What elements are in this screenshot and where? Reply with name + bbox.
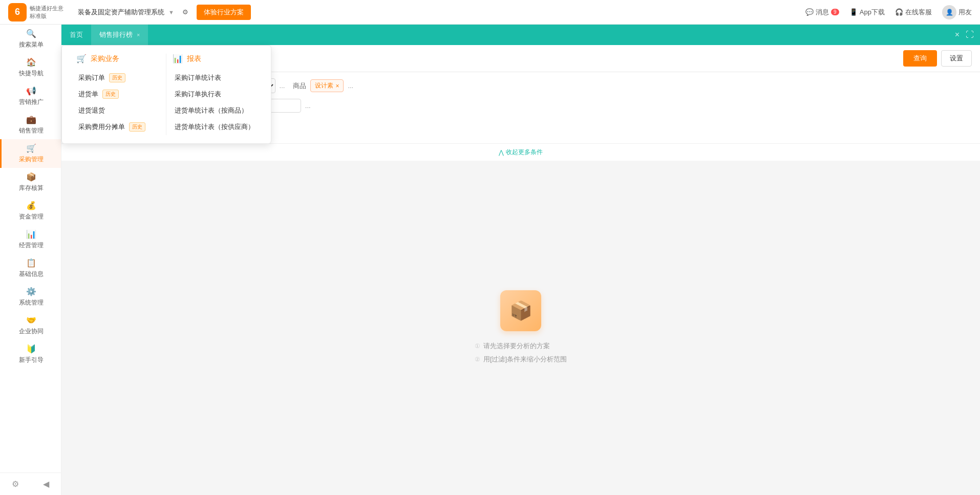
window-close-icon[interactable]: × bbox=[953, 28, 962, 41]
system-gear-icon[interactable]: ⚙ bbox=[178, 5, 193, 19]
top-header: 6 畅捷通好生意 标准版 装备及固定资产辅助管理系统 ▼ ⚙ 体验行业方案 💬 … bbox=[0, 0, 980, 25]
logo-text: 畅捷通好生意 标准版 bbox=[30, 5, 63, 19]
document-status-dots[interactable]: ... bbox=[280, 82, 285, 90]
collapse-bar[interactable]: ⋀ 收起更多条件 bbox=[61, 143, 980, 161]
purchase-expense-item[interactable]: 采购费用分摊单 历史 bbox=[76, 119, 160, 135]
purchase-order-history-badge: 历史 bbox=[109, 73, 125, 82]
system-name-area: 装备及固定资产辅助管理系统 ▼ ⚙ bbox=[78, 5, 193, 19]
toolbar-right: 查询 设置 bbox=[903, 50, 972, 67]
setting-button[interactable]: 设置 bbox=[941, 50, 972, 67]
purchase-order-stats-item[interactable]: 采购订单统计表 bbox=[173, 70, 257, 86]
window-maximize-icon[interactable]: ⛶ bbox=[964, 28, 976, 41]
tab-sales-ranking[interactable]: 销售排行榜 × bbox=[91, 25, 148, 45]
empty-state: 📦 ① 请先选择要分析的方案 ② 用[过滤]条件来缩小分析范围 bbox=[61, 161, 980, 495]
purchase-dropdown-menu: 🛒 采购业务 采购订单 历史 进货单 历史 进货退货 采购费用分摊单 历史 📊 bbox=[61, 45, 271, 144]
logo-icon: 6 bbox=[8, 3, 27, 21]
sidebar: 🔍 搜索菜单 🏠 快捷导航 📢 营销推广 💼 销售管理 🛒 采购管理 📦 库存核… bbox=[0, 25, 61, 495]
sidebar-collapse-icon[interactable]: ◀ bbox=[43, 479, 49, 489]
logo-area: 6 畅捷通好生意 标准版 bbox=[8, 3, 70, 21]
guide-icon: 🔰 bbox=[26, 344, 36, 354]
report-col: 📊 报表 采购订单统计表 采购订单执行表 进货单统计表（按商品） 进货单统计表（… bbox=[166, 54, 263, 135]
online-service-button[interactable]: 🎧 在线客服 bbox=[895, 8, 932, 17]
empty-illustration: 📦 bbox=[500, 290, 541, 331]
message-badge: 9 bbox=[831, 9, 839, 15]
sidebar-item-system[interactable]: ⚙️ 系统管理 bbox=[0, 283, 61, 311]
goods-label: 商品 bbox=[293, 81, 306, 91]
purchase-business-col: 🛒 采购业务 采购订单 历史 进货单 历史 进货退货 采购费用分摊单 历史 bbox=[70, 54, 166, 135]
basic-icon: 📋 bbox=[26, 258, 36, 268]
inventory-icon: 📦 bbox=[26, 172, 36, 182]
purchase-icon: 🛒 bbox=[26, 143, 36, 153]
sidebar-item-marketing[interactable]: 📢 营销推广 bbox=[0, 82, 61, 111]
sidebar-item-enterprise[interactable]: 🤝 企业协同 bbox=[0, 311, 61, 340]
purchase-inbound-item[interactable]: 进货单 历史 bbox=[76, 86, 160, 102]
search-icon: 🔍 bbox=[26, 29, 36, 38]
purchase-section-icon: 🛒 bbox=[76, 54, 87, 63]
purchase-dropdown-overlay: 🛒 采购业务 采购订单 历史 进货单 历史 进货退货 采购费用分摊单 历史 📊 bbox=[61, 45, 271, 144]
salesperson-dots[interactable]: ... bbox=[305, 102, 311, 110]
goods-filter: 商品 设计素 × ... bbox=[293, 79, 353, 92]
empty-tips: ① 请先选择要分析的方案 ② 用[过滤]条件来缩小分析范围 bbox=[475, 339, 567, 366]
inbound-stats-by-supplier-item[interactable]: 进货单统计表（按供应商） bbox=[173, 119, 257, 135]
report-section-icon: 📊 bbox=[173, 54, 183, 63]
message-icon: 💬 bbox=[805, 8, 814, 16]
header-right: 💬 消息 9 📱 App下载 🎧 在线客服 👤 用友 bbox=[805, 5, 972, 19]
inbound-history-badge: 历史 bbox=[102, 90, 119, 99]
sidebar-item-basic[interactable]: 📋 基础信息 bbox=[0, 254, 61, 283]
purchase-business-title: 🛒 采购业务 bbox=[76, 54, 160, 63]
tab-home[interactable]: 首页 bbox=[61, 25, 91, 45]
tab-bar: 首页 销售排行榜 × × ⛶ bbox=[61, 25, 980, 45]
system-icon: ⚙️ bbox=[26, 287, 36, 296]
sidebar-item-search[interactable]: 🔍 搜索菜单 bbox=[0, 25, 61, 53]
sales-icon: 💼 bbox=[26, 115, 36, 124]
inbound-stats-by-goods-item[interactable]: 进货单统计表（按商品） bbox=[173, 102, 257, 119]
purchase-order-exec-item[interactable]: 采购订单执行表 bbox=[173, 86, 257, 102]
sidebar-settings-icon[interactable]: ⚙ bbox=[12, 479, 19, 489]
report-title: 📊 报表 bbox=[173, 54, 257, 63]
operations-icon: 📊 bbox=[26, 229, 36, 239]
phone-icon: 📱 bbox=[849, 8, 858, 16]
tab-close-icon[interactable]: × bbox=[137, 32, 140, 38]
query-button[interactable]: 查询 bbox=[903, 50, 937, 67]
home-icon: 🏠 bbox=[26, 57, 36, 67]
headset-icon: 🎧 bbox=[895, 8, 903, 16]
enterprise-icon: 🤝 bbox=[26, 315, 36, 325]
sidebar-item-finance[interactable]: 💰 资金管理 bbox=[0, 197, 61, 225]
sidebar-item-guide[interactable]: 🔰 新手引导 bbox=[0, 340, 61, 369]
marketing-icon: 📢 bbox=[26, 86, 36, 96]
industry-solution-button[interactable]: 体验行业方案 bbox=[197, 5, 251, 20]
message-button[interactable]: 💬 消息 9 bbox=[805, 8, 839, 17]
goods-dots[interactable]: ... bbox=[348, 82, 353, 90]
sidebar-item-purchase[interactable]: 🛒 采购管理 bbox=[0, 139, 61, 168]
sidebar-item-quick-nav[interactable]: 🏠 快捷导航 bbox=[0, 53, 61, 82]
system-dropdown-arrow[interactable]: ▼ bbox=[168, 9, 174, 15]
app-download-button[interactable]: 📱 App下载 bbox=[849, 8, 885, 17]
avatar: 👤 bbox=[942, 5, 956, 19]
purchase-order-item[interactable]: 采购订单 历史 bbox=[76, 70, 160, 86]
sidebar-item-operations[interactable]: 📊 经营管理 bbox=[0, 225, 61, 254]
tab-bar-right: × ⛶ bbox=[953, 28, 980, 41]
goods-tag: 设计素 × bbox=[310, 79, 344, 92]
sidebar-item-sales[interactable]: 💼 销售管理 bbox=[0, 111, 61, 139]
goods-tag-remove[interactable]: × bbox=[335, 82, 339, 90]
user-avatar-button[interactable]: 👤 用友 bbox=[942, 5, 972, 19]
expense-history-badge: 历史 bbox=[129, 122, 145, 132]
empty-tip-2: ② 用[过滤]条件来缩小分析范围 bbox=[475, 353, 567, 366]
empty-tip-1: ① 请先选择要分析的方案 bbox=[475, 339, 567, 353]
system-name: 装备及固定资产辅助管理系统 bbox=[78, 8, 164, 17]
purchase-return-item[interactable]: 进货退货 bbox=[76, 102, 160, 119]
sidebar-bottom: ⚙ ◀ bbox=[0, 472, 61, 495]
finance-icon: 💰 bbox=[26, 201, 36, 210]
collapse-up-icon: ⋀ bbox=[499, 149, 504, 156]
sidebar-item-inventory[interactable]: 📦 库存核算 bbox=[0, 168, 61, 197]
